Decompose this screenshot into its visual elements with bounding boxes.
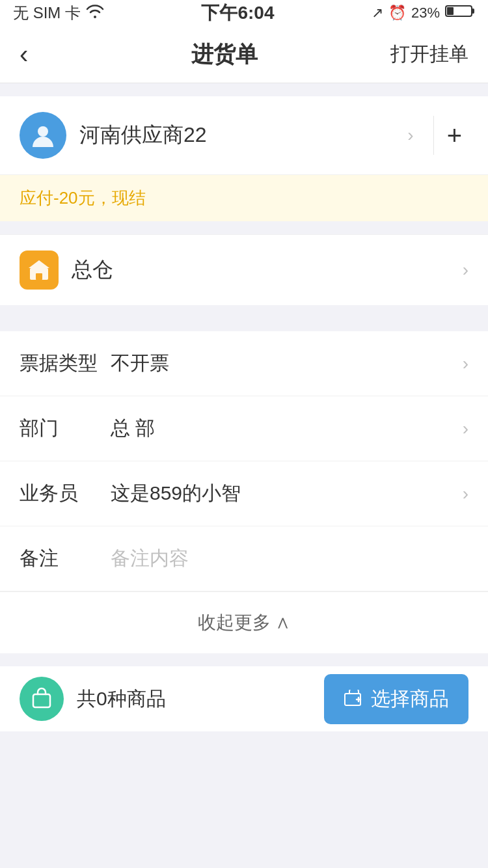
section-gap-1 <box>0 83 488 96</box>
select-product-button[interactable]: 选择商品 <box>324 674 468 724</box>
invoice-type-label: 票据类型 <box>20 350 111 377</box>
wifi-icon <box>86 4 104 22</box>
notice-bar: 应付-20元，现结 <box>0 175 488 221</box>
section-gap-2 <box>0 221 488 234</box>
open-pending-button[interactable]: 打开挂单 <box>390 41 468 68</box>
collapse-button[interactable]: 收起更多 ∧ <box>0 591 488 653</box>
remark-row[interactable]: 备注 备注内容 <box>0 526 488 591</box>
svg-point-3 <box>38 126 48 137</box>
vertical-divider <box>433 116 434 155</box>
alarm-icon: ⏰ <box>388 5 406 21</box>
invoice-type-value: 不开票 <box>111 350 463 377</box>
battery-icon <box>445 4 475 22</box>
nav-bar: ‹ 进货单 打开挂单 <box>0 26 488 83</box>
product-count: 共0种商品 <box>77 686 324 712</box>
supplier-name: 河南供应商22 <box>79 121 407 150</box>
product-icon <box>20 677 64 721</box>
battery-text: 23% <box>411 5 440 21</box>
notice-text: 应付-20元，现结 <box>20 188 146 208</box>
salesperson-value: 这是859的小智 <box>111 480 463 507</box>
section-gap-3 <box>0 305 488 318</box>
carrier-text: 无 SIM 卡 <box>13 3 81 23</box>
supplier-chevron-icon: › <box>407 125 413 146</box>
add-supplier-button[interactable]: + <box>441 121 468 150</box>
department-value: 总 部 <box>111 415 463 442</box>
invoice-type-chevron-icon: › <box>463 353 468 374</box>
form-section: 票据类型 不开票 › 部门 总 部 › 业务员 这是859的小智 › 备注 备注… <box>0 331 488 653</box>
warehouse-name: 总仓 <box>72 256 463 284</box>
warehouse-icon <box>20 251 59 290</box>
svg-rect-7 <box>33 694 50 707</box>
status-bar: 无 SIM 卡 下午6:04 ↗ ⏰ 23% <box>0 0 488 26</box>
bottom-area <box>0 731 488 868</box>
salesperson-chevron-icon: › <box>463 483 468 504</box>
invoice-type-row[interactable]: 票据类型 不开票 › <box>0 331 488 396</box>
back-button[interactable]: ‹ <box>20 40 59 69</box>
select-product-label: 选择商品 <box>371 686 449 712</box>
svg-marker-5 <box>29 260 49 268</box>
department-label: 部门 <box>20 415 111 442</box>
supplier-section: 河南供应商22 › + 应付-20元，现结 <box>0 96 488 221</box>
product-bar: 共0种商品 选择商品 <box>0 666 488 731</box>
location-icon: ↗ <box>372 5 383 21</box>
collapse-label: 收起更多 ∧ <box>198 610 291 635</box>
warehouse-section: 总仓 › <box>0 234 488 305</box>
svg-rect-1 <box>447 7 454 15</box>
page-title: 进货单 <box>191 40 258 70</box>
status-left: 无 SIM 卡 <box>13 3 104 23</box>
warehouse-chevron-icon: › <box>463 260 468 280</box>
remark-placeholder: 备注内容 <box>111 545 468 572</box>
salesperson-label: 业务员 <box>20 480 111 507</box>
supplier-row[interactable]: 河南供应商22 › + <box>0 96 488 175</box>
svg-rect-2 <box>472 8 474 14</box>
supplier-avatar <box>20 112 66 159</box>
department-chevron-icon: › <box>463 418 468 439</box>
salesperson-row[interactable]: 业务员 这是859的小智 › <box>0 461 488 526</box>
department-row[interactable]: 部门 总 部 › <box>0 396 488 461</box>
status-time: 下午6:04 <box>201 1 274 25</box>
remark-label: 备注 <box>20 545 111 572</box>
svg-rect-6 <box>36 273 42 280</box>
warehouse-row[interactable]: 总仓 › <box>0 234 488 305</box>
status-right: ↗ ⏰ 23% <box>372 4 475 22</box>
